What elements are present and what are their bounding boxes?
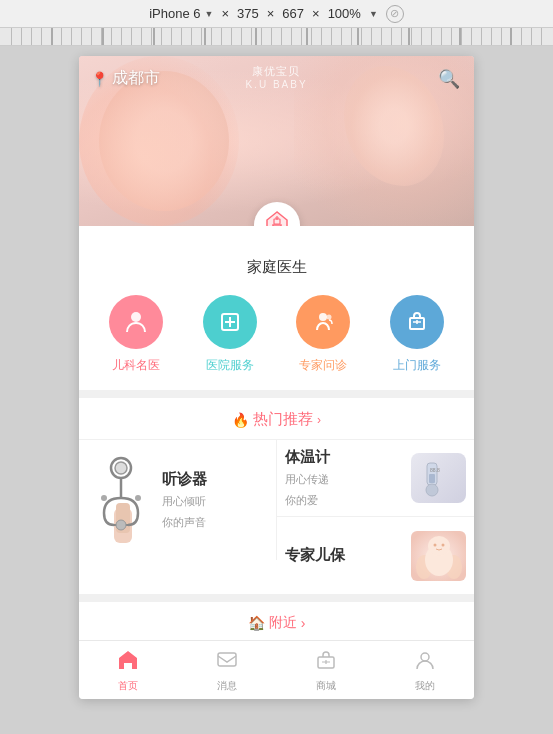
svg-point-19 — [135, 495, 141, 501]
stethoscope-sub2: 你的声音 — [162, 514, 207, 531]
svg-text:88.8: 88.8 — [430, 467, 440, 473]
svg-point-29 — [433, 543, 436, 546]
service-item-hospital[interactable]: 医院服务 — [203, 295, 257, 374]
logo-chinese: 康优宝贝 — [245, 64, 307, 79]
thermometer-title: 体温计 — [285, 448, 404, 467]
flame-icon: 🔥 — [232, 412, 249, 428]
service-item-pediatrics[interactable]: 儿科名医 — [109, 295, 163, 374]
device-name: iPhone 6 — [149, 6, 200, 21]
svg-point-28 — [428, 536, 450, 556]
svg-point-17 — [116, 520, 126, 530]
stethoscope-title: 听诊器 — [162, 470, 207, 489]
hot-section: 🔥 热门推荐 › — [79, 398, 474, 594]
nearby-house-icon: 🏠 — [248, 615, 265, 631]
svg-point-8 — [327, 315, 332, 320]
svg-point-35 — [421, 653, 429, 661]
hot-item-stethoscope[interactable]: 听诊器 用心倾听 你的声音 — [79, 440, 277, 560]
nav-item-profile[interactable]: 我的 — [375, 641, 474, 699]
thermometer-sub2: 你的爱 — [285, 492, 404, 509]
width-value: 375 — [237, 6, 259, 21]
browser-bar: iPhone 6 ▼ × 375 × 667 × 100% ▼ ⊘ — [0, 0, 553, 28]
homevisit-icon-circle — [390, 295, 444, 349]
nearby-title: 附近 — [269, 614, 297, 632]
hot-item-expert-childcare[interactable]: 专家儿保 — [277, 517, 475, 594]
thermometer-image: 88.8 — [411, 453, 466, 503]
nav-item-message[interactable]: 消息 — [178, 641, 277, 699]
thermometer-sub1: 用心传递 — [285, 471, 404, 488]
separator-x2: × — [267, 6, 275, 21]
search-icon[interactable]: 🔍 — [438, 68, 460, 90]
hot-chevron: › — [317, 413, 321, 427]
hot-item-thermometer[interactable]: 体温计 用心传递 你的爱 88.8 — [277, 440, 475, 517]
homevisit-label: 上门服务 — [393, 357, 441, 374]
divider-1 — [79, 390, 474, 398]
zoom-value: 100% — [328, 6, 361, 21]
divider-2 — [79, 594, 474, 602]
profile-nav-icon — [414, 649, 436, 676]
home-nav-label: 首页 — [118, 679, 138, 693]
app-logo: 康优宝贝 K.U BABY — [245, 64, 307, 90]
home-nav-icon — [117, 649, 139, 676]
nav-item-home[interactable]: 首页 — [79, 641, 178, 699]
height-value: 667 — [282, 6, 304, 21]
location-text: 成都市 — [112, 68, 160, 89]
thermometer-text: 体温计 用心传递 你的爱 — [285, 448, 404, 508]
location-display[interactable]: 📍 成都市 — [91, 68, 160, 89]
nav-item-shop[interactable]: 商城 — [277, 641, 376, 699]
shop-nav-icon — [315, 649, 337, 676]
pediatrics-label: 儿科名医 — [112, 357, 160, 374]
ruler-marks — [0, 28, 553, 45]
svg-rect-22 — [429, 474, 435, 483]
svg-point-24 — [426, 484, 438, 496]
hospital-label: 医院服务 — [206, 357, 254, 374]
family-doctor-title: 家庭医生 — [79, 258, 474, 277]
expert-childcare-title: 专家儿保 — [285, 546, 404, 565]
expert-label: 专家问诊 — [299, 357, 347, 374]
family-doctor-section: 家庭医生 儿科名医 — [79, 226, 474, 390]
service-icon-grid: 儿科名医 医院服务 — [79, 295, 474, 374]
location-icon: 📍 — [91, 71, 108, 87]
svg-point-18 — [101, 495, 107, 501]
nearby-chevron: › — [301, 615, 306, 631]
stethoscope-text: 听诊器 用心倾听 你的声音 — [162, 470, 207, 530]
profile-nav-label: 我的 — [415, 679, 435, 693]
separator-x: × — [221, 6, 229, 21]
nearby-section: 🏠 附近 › — [79, 602, 474, 640]
hero-section: 📍 成都市 康优宝贝 K.U BABY 🔍 — [79, 56, 474, 226]
hot-right-column: 体温计 用心传递 你的爱 88.8 — [277, 440, 475, 594]
service-item-homevisit[interactable]: 上门服务 — [390, 295, 444, 374]
stethoscope-sub1: 用心倾听 — [162, 493, 207, 510]
ruler — [0, 28, 553, 46]
svg-point-20 — [115, 462, 127, 474]
expert-childcare-text: 专家儿保 — [285, 546, 404, 565]
message-nav-icon — [216, 649, 238, 676]
zoom-dropdown[interactable]: ▼ — [369, 9, 378, 19]
svg-point-3 — [131, 312, 141, 322]
medical-house-icon — [264, 209, 290, 226]
phone: 📍 成都市 康优宝贝 K.U BABY 🔍 — [79, 56, 474, 699]
baby-care-image — [411, 531, 466, 581]
stethoscope-image — [89, 450, 154, 550]
pediatrics-icon-circle — [109, 295, 163, 349]
expert-icon-circle — [296, 295, 350, 349]
hot-title: 热门推荐 — [253, 410, 313, 429]
svg-point-7 — [319, 313, 327, 321]
device-label: iPhone 6 ▼ — [149, 6, 213, 21]
svg-point-30 — [441, 543, 444, 546]
hot-header[interactable]: 🔥 热门推荐 › — [79, 398, 474, 439]
nearby-header[interactable]: 🏠 附近 › — [79, 602, 474, 640]
phone-wrapper: 📍 成都市 康优宝贝 K.U BABY 🔍 — [79, 46, 474, 734]
message-nav-label: 消息 — [217, 679, 237, 693]
logo-english: K.U BABY — [245, 79, 307, 90]
hot-grid: 听诊器 用心倾听 你的声音 体温计 用心传递 你的爱 — [79, 439, 474, 594]
separator-x3: × — [312, 6, 320, 21]
svg-rect-31 — [218, 653, 236, 666]
orientation-button[interactable]: ⊘ — [386, 5, 404, 23]
hospital-icon-circle — [203, 295, 257, 349]
bottom-navigation: 首页 消息 — [79, 640, 474, 699]
service-item-expert[interactable]: 专家问诊 — [296, 295, 350, 374]
device-dropdown[interactable]: ▼ — [205, 9, 214, 19]
shop-nav-label: 商城 — [316, 679, 336, 693]
